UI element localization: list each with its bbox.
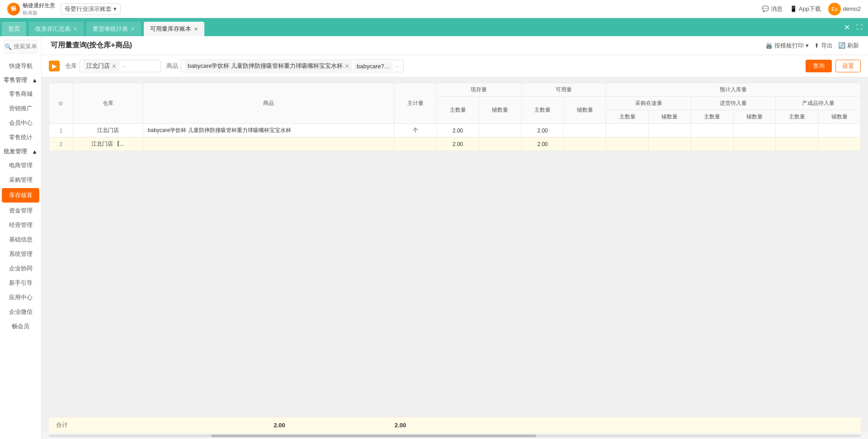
horizontal-scrollbar[interactable] xyxy=(49,434,861,437)
sidebar-item-app-center[interactable]: 应用中心 xyxy=(0,290,41,305)
sidebar-search: 🔍 搜索菜单 xyxy=(0,36,41,57)
chevron-icon-2: ▲ xyxy=(32,148,38,155)
app-download-label: App下载 xyxy=(799,5,821,13)
table-container: ⚙ 仓库 商品 主计量 现存量 可用量 预计入库量 主数量 辅数量 主数量 辅数… xyxy=(42,77,868,417)
wholesale-label: 批发管理 xyxy=(4,147,27,156)
guide-label: 新手引导 xyxy=(9,279,33,286)
scrollbar-thumb[interactable] xyxy=(211,434,536,437)
filter-expand-button[interactable]: ▶ xyxy=(49,61,60,71)
navtabs: 首页 收发存汇总表 ✕ 要货单统计表 ✕ 可用量库存账本 ✕ ✕ ⛶ xyxy=(0,18,868,36)
brand-icon: 畅 xyxy=(7,3,20,15)
marketing-label: 营销推广 xyxy=(9,105,33,112)
message-icon: 💬 xyxy=(762,5,769,12)
expand-tabs-icon[interactable]: ⛶ xyxy=(856,24,863,31)
product-input[interactable]: babycare学饮杯 儿童防摔防撞吸管杯重力球吸嘴杯宝宝水杯 ✕ babyca… xyxy=(181,60,404,72)
brand-text-wrapper: 畅捷通好生意 标准版 xyxy=(23,2,55,16)
warehouse-tag: 江北门店 ✕ xyxy=(84,61,119,71)
search-icon: 🔍 xyxy=(5,43,12,50)
row-inbound-main-2 xyxy=(691,137,733,151)
close-all-tabs-icon[interactable]: ✕ xyxy=(844,23,850,32)
sidebar-section-retail[interactable]: 零售管理 ▲ xyxy=(0,73,41,87)
col-settings[interactable]: ⚙ xyxy=(49,83,73,124)
col-purchase-pending-group: 进货待入量 xyxy=(691,97,776,110)
sidebar-section-wholesale[interactable]: 批发管理 ▲ xyxy=(0,145,41,158)
sidebar-item-inventory[interactable]: 库存核算 xyxy=(2,188,39,203)
member2-label: 畅会员 xyxy=(12,323,29,330)
sidebar: 🔍 搜索菜单 快捷导航 零售管理 ▲ 零售商城 营销推广 会员中心 零售统计 xyxy=(0,36,42,439)
sidebar-item-guide[interactable]: 新手引导 xyxy=(0,276,41,290)
print-button[interactable]: 🖨️ 按模板打印 ▾ xyxy=(765,42,809,50)
row-available-aux-1 xyxy=(564,124,606,137)
row-production-aux-2 xyxy=(818,137,861,151)
row-current-main-1: 2.00 xyxy=(437,124,479,137)
col-product: 商品 xyxy=(143,83,394,124)
export-button[interactable]: ⬆ 导出 xyxy=(814,42,833,50)
sidebar-item-marketing[interactable]: 营销推广 xyxy=(0,101,41,116)
warehouse-input[interactable]: 江北门店 ✕ ··· xyxy=(80,60,161,72)
query-button[interactable]: 查询 xyxy=(806,60,832,72)
tab-orders[interactable]: 要货单统计表 ✕ xyxy=(86,22,141,36)
tab-receivables-label: 收发存汇总表 xyxy=(35,25,71,33)
warehouse-filter: 仓库 江北门店 ✕ ··· xyxy=(65,60,161,72)
finance-label: 资金管理 xyxy=(9,207,33,214)
setting-button[interactable]: 设置 xyxy=(835,60,861,72)
user-button[interactable]: Ea demo2 xyxy=(828,3,861,15)
tab-available-close[interactable]: ✕ xyxy=(194,26,198,32)
chevron-icon: ▲ xyxy=(32,77,38,84)
sidebar-item-finance[interactable]: 资金管理 xyxy=(0,203,41,218)
sidebar-item-enterprise[interactable]: 企业协同 xyxy=(0,261,41,276)
chevron-down-icon-print: ▾ xyxy=(806,42,809,49)
sidebar-item-online-retail[interactable]: 零售商城 xyxy=(0,87,41,101)
footer-available-aux xyxy=(430,422,491,429)
warehouse-more-icon[interactable]: ··· xyxy=(121,63,126,70)
operations-label: 经营管理 xyxy=(9,222,33,228)
row-unit-2 xyxy=(394,137,437,151)
retail-stats-label: 零售统计 xyxy=(9,134,33,141)
export-label: 导出 xyxy=(821,42,833,50)
app-download-button[interactable]: 📱 App下载 xyxy=(790,5,821,13)
product-tag-1-close[interactable]: ✕ xyxy=(344,63,349,70)
quick-nav-label: 快捷导航 xyxy=(9,62,33,69)
row-num-1: 1 xyxy=(49,124,73,137)
sidebar-search-button[interactable]: 🔍 搜索菜单 xyxy=(4,40,38,53)
tab-orders-close[interactable]: ✕ xyxy=(131,26,135,32)
col-inbound-aux: 辅数量 xyxy=(733,110,776,124)
brand-name: 畅捷通好生意 xyxy=(23,2,55,9)
tab-home[interactable]: 首页 xyxy=(2,22,26,36)
row-product-1: babycare学饮杯 儿童防摔防撞吸管杯重力球吸嘴杯宝宝水杯 xyxy=(143,124,394,137)
sidebar-item-quick-nav[interactable]: 快捷导航 xyxy=(0,59,41,73)
footer-label: 合计 xyxy=(56,421,128,429)
industry-selector[interactable]: 母婴行业演示账套 ▾ xyxy=(61,3,121,15)
phone-icon: 📱 xyxy=(790,5,797,12)
data-table: ⚙ 仓库 商品 主计量 现存量 可用量 预计入库量 主数量 辅数量 主数量 辅数… xyxy=(49,83,861,151)
sidebar-item-system[interactable]: 系统管理 xyxy=(0,247,41,261)
sidebar-item-member[interactable]: 会员中心 xyxy=(0,116,41,130)
tab-home-label: 首页 xyxy=(8,25,20,33)
tab-receivables-close[interactable]: ✕ xyxy=(73,26,77,32)
sidebar-item-member2[interactable]: 畅会员 xyxy=(0,319,41,334)
sidebar-item-purchase[interactable]: 采购管理 xyxy=(0,173,41,187)
warehouse-tag-close[interactable]: ✕ xyxy=(112,63,117,70)
tab-available[interactable]: 可用量库存账本 ✕ xyxy=(144,22,204,36)
avatar: Ea xyxy=(828,3,841,15)
page-header: 可用量查询(按仓库+商品) 🖨️ 按模板打印 ▾ ⬆ 导出 🔄 刷新 xyxy=(42,36,868,55)
col-planned-inbound-group: 预计入库量 xyxy=(606,83,861,97)
col-current-aux: 辅数量 xyxy=(479,97,521,124)
filter-bar: ▶ 仓库 江北门店 ✕ ··· 商品 babycare学饮杯 儿童防摔防撞吸管杯… xyxy=(42,55,868,77)
sidebar-item-basic-info[interactable]: 基础信息 xyxy=(0,232,41,247)
row-warehouse-1: 江北门店 xyxy=(73,124,143,137)
product-more-icon[interactable]: ··· xyxy=(395,63,400,70)
sidebar-item-operations[interactable]: 经营管理 xyxy=(0,218,41,232)
member-label: 会员中心 xyxy=(9,119,33,126)
filter-actions: 查询 设置 xyxy=(806,60,861,72)
refresh-icon: 🔄 xyxy=(838,42,845,49)
brand-sub: 标准版 xyxy=(23,9,55,16)
message-button[interactable]: 💬 消息 xyxy=(762,5,783,13)
sidebar-item-wechat[interactable]: 企业微信 xyxy=(0,305,41,319)
sidebar-item-retail-stats[interactable]: 零售统计 xyxy=(0,130,41,145)
tab-receivables[interactable]: 收发存汇总表 ✕ xyxy=(29,22,84,36)
sidebar-item-ecommerce[interactable]: 电商管理 xyxy=(0,158,41,173)
col-current-main: 主数量 xyxy=(437,97,479,124)
message-label: 消息 xyxy=(771,5,783,13)
refresh-button[interactable]: 🔄 刷新 xyxy=(838,42,859,50)
